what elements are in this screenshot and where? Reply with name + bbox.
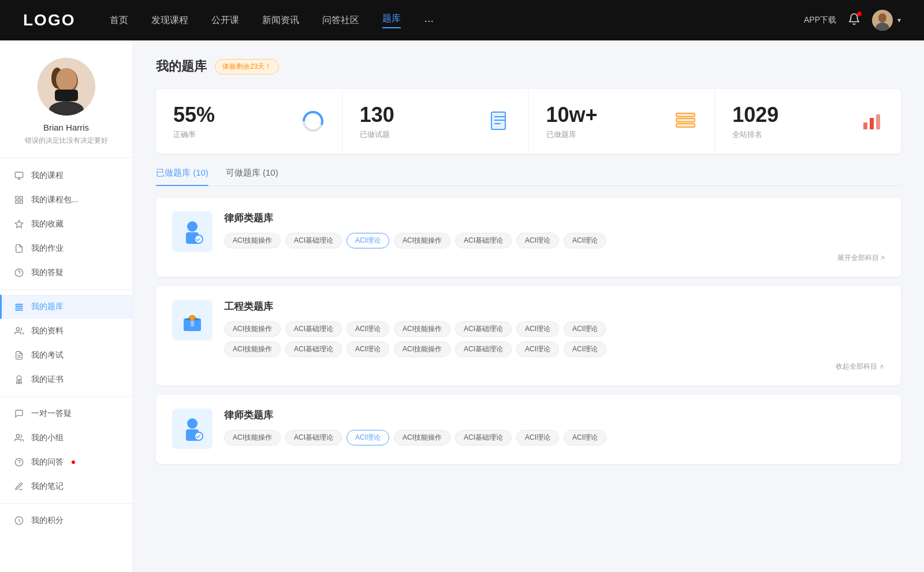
sidebar: Brian Harris 错误的决定比没有决定要好 我的课程 我的课程包...	[0, 40, 133, 572]
tag-2-5[interactable]: ACI理论	[516, 321, 559, 337]
bank-card-header-1: 律师类题库 ACI技能操作 ACI基础理论 ACI理论 ACI技能操作 ACI基…	[172, 211, 885, 263]
cert-icon	[14, 374, 24, 385]
user-avatar-menu[interactable]: ▾	[872, 10, 901, 31]
sidebar-label-course: 我的课程	[31, 170, 64, 181]
nav-more[interactable]: ···	[424, 14, 434, 27]
sidebar-menu: 我的课程 我的课程包... 我的收藏 我的作业	[0, 158, 132, 538]
tag-2-10[interactable]: ACI技能操作	[394, 341, 450, 357]
sidebar-label-points: 我的积分	[31, 515, 64, 526]
sidebar-label-bank: 我的题库	[31, 302, 64, 312]
tag-2-6[interactable]: ACI理论	[564, 321, 606, 337]
tag-2-12[interactable]: ACI理论	[516, 341, 559, 357]
sidebar-item-favorites[interactable]: 我的收藏	[0, 212, 132, 236]
sidebar-item-oneon[interactable]: 一对一答疑	[0, 402, 132, 426]
tag-1-1[interactable]: ACI基础理论	[285, 233, 342, 248]
bank-card-1: 律师类题库 ACI技能操作 ACI基础理论 ACI理论 ACI技能操作 ACI基…	[156, 198, 901, 277]
sidebar-item-homework[interactable]: 我的作业	[0, 236, 132, 261]
svg-rect-44	[870, 118, 874, 129]
sidebar-divider-2	[0, 396, 132, 397]
app-download-link[interactable]: APP下载	[804, 15, 836, 25]
stat-label-done-banks: 已做题库	[546, 129, 665, 140]
nav-discover[interactable]: 发现课程	[151, 14, 188, 27]
tag-2-0[interactable]: ACI技能操作	[224, 321, 281, 337]
tag-1-5[interactable]: ACI理论	[516, 233, 559, 248]
sidebar-item-note[interactable]: 我的笔记	[0, 474, 132, 499]
sidebar-item-cert[interactable]: 我的证书	[0, 367, 132, 392]
sidebar-item-course[interactable]: 我的课程	[0, 164, 132, 188]
sidebar-label-favorites: 我的收藏	[31, 219, 64, 229]
tag-2-9[interactable]: ACI理论	[346, 341, 389, 357]
svg-rect-37	[676, 113, 695, 117]
nav-news[interactable]: 新闻资讯	[262, 14, 299, 27]
profile-motto: 错误的决定比没有决定要好	[12, 136, 121, 146]
sidebar-item-group[interactable]: 我的小组	[0, 426, 132, 450]
tag-2-11[interactable]: ACI基础理论	[455, 341, 512, 357]
sidebar-item-data[interactable]: 我的资料	[0, 319, 132, 343]
tag-2-2[interactable]: ACI理论	[346, 321, 389, 337]
bank-title-2: 工程类题库	[224, 300, 885, 313]
tag-1-0[interactable]: ACI技能操作	[224, 233, 281, 248]
stat-card-done-questions: 130 已做试题	[342, 89, 529, 154]
svg-point-21	[16, 328, 19, 330]
sidebar-label-package: 我的课程包...	[31, 195, 79, 205]
notification-bell[interactable]	[848, 13, 860, 28]
tag-1-2[interactable]: ACI理论	[346, 233, 389, 248]
tags-row-2b: ACI技能操作 ACI基础理论 ACI理论 ACI技能操作 ACI基础理论 AC…	[224, 341, 885, 357]
sidebar-label-qa: 我的答疑	[31, 268, 64, 278]
sidebar-item-package[interactable]: 我的课程包...	[0, 188, 132, 212]
nav-question-bank[interactable]: 题库	[382, 13, 401, 28]
bank-card-header-2: 工程类题库 ACI技能操作 ACI基础理论 ACI理论 ACI技能操作 ACI基…	[172, 300, 885, 372]
tag-3-1[interactable]: ACI基础理论	[285, 430, 342, 445]
tag-2-13[interactable]: ACI理论	[564, 341, 606, 357]
sidebar-item-exam[interactable]: 我的考试	[0, 343, 132, 367]
star-icon	[14, 219, 24, 229]
svg-rect-19	[15, 307, 23, 309]
tag-2-7[interactable]: ACI技能操作	[224, 341, 281, 357]
tag-2-3[interactable]: ACI技能操作	[394, 321, 450, 337]
sidebar-item-points[interactable]: 我的积分	[0, 508, 132, 533]
tag-1-3[interactable]: ACI技能操作	[394, 233, 450, 248]
homework-icon	[14, 243, 24, 254]
expand-link-1[interactable]: 展开全部科目 >	[224, 253, 885, 263]
bank-content-2: 工程类题库 ACI技能操作 ACI基础理论 ACI理论 ACI技能操作 ACI基…	[224, 300, 885, 372]
page-title: 我的题库	[156, 58, 207, 75]
svg-rect-12	[16, 200, 18, 203]
sidebar-label-oneon: 一对一答疑	[31, 408, 72, 419]
sidebar-item-myqa[interactable]: 我的问答	[0, 450, 132, 474]
bar-icon	[860, 110, 884, 133]
svg-rect-18	[15, 306, 23, 307]
bank-card-3: 律师类题库 ACI技能操作 ACI基础理论 ACI理论 ACI技能操作 ACI基…	[156, 395, 901, 464]
data-icon	[14, 326, 24, 336]
main-header: LOGO 首页 发现课程 公开课 新闻资讯 问答社区 题库 ··· APP下载	[0, 0, 924, 40]
nav-qa[interactable]: 问答社区	[322, 14, 359, 27]
tag-3-4[interactable]: ACI基础理论	[455, 430, 512, 445]
tag-2-1[interactable]: ACI基础理论	[285, 321, 342, 337]
tag-3-5[interactable]: ACI理论	[516, 430, 559, 445]
course-icon	[14, 170, 24, 181]
tag-3-2[interactable]: ACI理论	[346, 430, 389, 445]
stat-card-accuracy: 55% 正确率	[156, 89, 342, 154]
nav-open-course[interactable]: 公开课	[211, 14, 239, 27]
tag-3-0[interactable]: ACI技能操作	[224, 430, 281, 445]
profile-avatar	[38, 58, 95, 116]
header-right: APP下载 ▾	[804, 10, 901, 31]
stats-row: 55% 正确率 130 已做试题	[156, 89, 901, 154]
tag-1-4[interactable]: ACI基础理论	[455, 233, 512, 248]
tag-2-8[interactable]: ACI基础理论	[285, 341, 342, 357]
stat-card-done-banks: 10w+ 已做题库	[529, 89, 716, 154]
tag-2-4[interactable]: ACI基础理论	[455, 321, 512, 337]
svg-point-6	[56, 68, 77, 91]
sidebar-label-data: 我的资料	[31, 326, 64, 336]
tag-3-3[interactable]: ACI技能操作	[394, 430, 450, 445]
exam-icon	[14, 350, 24, 361]
tabs-row: 已做题库 (10) 可做题库 (10)	[156, 168, 901, 186]
collapse-link-2[interactable]: 收起全部科目 ∧	[224, 362, 885, 372]
tag-1-6[interactable]: ACI理论	[564, 233, 606, 248]
tab-available-banks[interactable]: 可做题库 (10)	[226, 168, 278, 185]
nav-home[interactable]: 首页	[110, 14, 128, 27]
tab-done-banks[interactable]: 已做题库 (10)	[156, 168, 208, 185]
sidebar-item-qa[interactable]: 我的答疑	[0, 261, 132, 285]
sidebar-label-exam: 我的考试	[31, 350, 64, 361]
sidebar-item-bank[interactable]: 我的题库	[0, 295, 132, 319]
tag-3-6[interactable]: ACI理论	[564, 430, 606, 445]
